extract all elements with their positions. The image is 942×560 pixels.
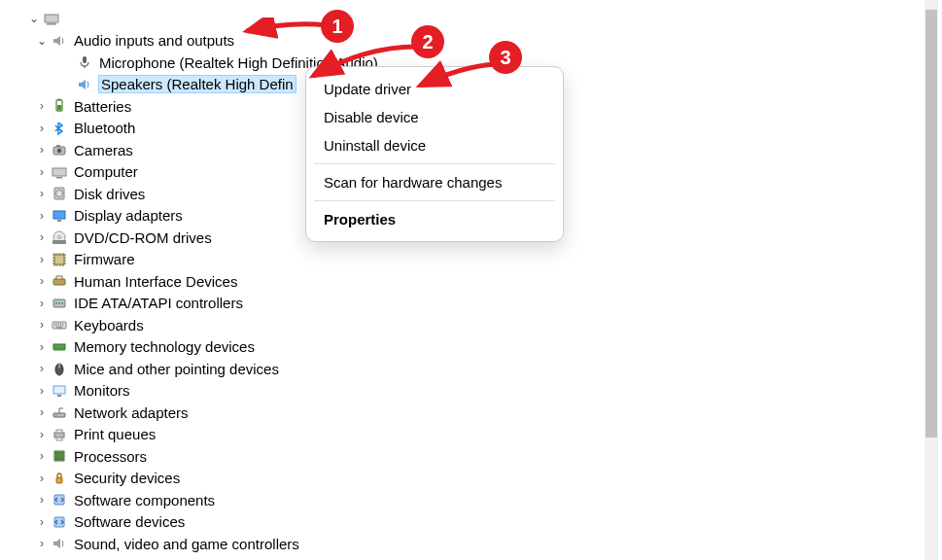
svg-rect-33 [54, 433, 64, 438]
expand-icon[interactable]: › [35, 166, 49, 178]
scrollbar-thumb[interactable] [925, 10, 937, 438]
expand-icon[interactable]: › [35, 254, 49, 265]
menu-item-uninstall-device[interactable]: Uninstall device [306, 131, 563, 159]
tree-node-label: IDE ATA/ATAPI controllers [74, 295, 243, 311]
menu-item-disable-device[interactable]: Disable device [306, 103, 563, 131]
expand-icon[interactable]: › [35, 298, 49, 309]
tree-node-label: Firmware [74, 251, 135, 267]
menu-item-update-driver[interactable]: Update driver [306, 75, 563, 103]
expand-icon[interactable]: › [35, 385, 49, 397]
computer-icon [43, 10, 60, 27]
expand-icon[interactable]: › [35, 516, 49, 528]
expand-icon[interactable]: › [35, 429, 49, 440]
svg-rect-21 [53, 279, 65, 285]
context-menu: Update driver Disable device Uninstall d… [305, 66, 564, 242]
tree-node-label: Display adapters [74, 207, 183, 224]
tree-node-audio[interactable]: ⌄ Audio inputs and outputs [4, 30, 942, 52]
ide-icon [51, 295, 68, 312]
security-icon [51, 470, 68, 487]
tree-node-label: Batteries [74, 98, 131, 115]
menu-item-properties[interactable]: Properties [306, 205, 563, 233]
expand-icon[interactable]: › [35, 210, 49, 222]
software-icon [51, 513, 68, 531]
tree-node-label: Mice and other pointing devices [74, 361, 279, 377]
battery-icon [51, 97, 68, 115]
tree-node[interactable]: ›Processors [4, 445, 942, 468]
processor-icon [51, 447, 68, 465]
expand-icon[interactable]: › [35, 406, 49, 418]
svg-point-23 [55, 302, 57, 304]
svg-point-24 [58, 302, 60, 304]
svg-rect-36 [55, 452, 63, 460]
dvd-icon [51, 228, 68, 246]
firmware-icon [51, 251, 68, 268]
tree-node-label: Memory technology devices [74, 338, 255, 355]
tree-node[interactable]: ›Network adapters [4, 402, 942, 424]
svg-rect-2 [50, 22, 53, 24]
tree-node[interactable]: ›Human Interface Devices [4, 270, 942, 293]
expand-icon[interactable]: › [35, 188, 49, 199]
expand-icon[interactable]: › [35, 275, 49, 287]
expand-icon[interactable]: › [35, 319, 49, 331]
svg-point-32 [55, 414, 57, 416]
speaker-icon [76, 76, 93, 93]
tree-node-label: Keyboards [74, 317, 144, 333]
expand-icon[interactable]: › [35, 450, 49, 462]
bluetooth-icon [51, 120, 68, 137]
annotation-badge-3: 3 [489, 41, 522, 74]
tree-node[interactable]: ›Print queues [4, 424, 942, 446]
collapse-icon[interactable]: ⌄ [27, 13, 41, 24]
svg-point-18 [58, 236, 61, 239]
tree-node-label: Sound, video and game controllers [74, 536, 299, 552]
microphone-icon [76, 53, 93, 71]
tree-node[interactable]: ›Storage controllers [4, 555, 942, 561]
expand-icon[interactable]: › [35, 472, 49, 484]
svg-rect-31 [53, 413, 65, 417]
expand-icon[interactable]: › [35, 494, 49, 506]
svg-rect-3 [83, 56, 87, 63]
tree-node-label: Processors [74, 448, 147, 465]
collapse-icon[interactable]: ⌄ [35, 35, 49, 47]
keyboard-icon [51, 316, 68, 333]
tree-node[interactable]: ›Memory technology devices [4, 336, 942, 359]
computer-icon [51, 163, 68, 181]
tree-node[interactable]: ›IDE ATA/ATAPI controllers [4, 293, 942, 315]
svg-rect-37 [56, 477, 62, 483]
tree-node-label: Software devices [74, 513, 185, 530]
speaker-icon [51, 32, 68, 50]
expand-icon[interactable]: › [35, 144, 49, 156]
tree-root-node[interactable]: ⌄ [4, 8, 942, 30]
tree-node[interactable]: ›Sound, video and game controllers [4, 533, 942, 555]
svg-rect-29 [53, 386, 65, 394]
svg-rect-0 [45, 15, 58, 22]
tree-node-label: Network adapters [74, 404, 189, 421]
expand-icon[interactable]: › [35, 341, 49, 353]
tree-node[interactable]: ›Security devices [4, 468, 942, 490]
expand-icon[interactable]: › [35, 363, 49, 374]
tree-node-label: Audio inputs and outputs [74, 32, 234, 49]
tree-node[interactable]: ›Firmware [4, 249, 942, 271]
memory-icon [51, 338, 68, 356]
menu-separator [314, 200, 555, 201]
expand-icon[interactable]: › [35, 538, 49, 549]
menu-item-scan-hw[interactable]: Scan for hardware changes [306, 168, 563, 196]
tree-node-label: Bluetooth [74, 120, 135, 136]
tree-node[interactable]: ›Software components [4, 489, 942, 511]
mouse-icon [51, 360, 68, 377]
tree-node[interactable]: ›Keyboards [4, 314, 942, 336]
tree-node-label: Monitors [74, 382, 130, 399]
tree-node[interactable]: ›Software devices [4, 511, 942, 534]
svg-rect-7 [57, 105, 61, 110]
expand-icon[interactable]: › [35, 122, 49, 134]
expand-icon[interactable]: › [35, 231, 49, 243]
monitor-icon [51, 382, 68, 400]
expand-icon[interactable]: › [35, 100, 49, 112]
speaker-icon [51, 535, 68, 552]
tree-node[interactable]: ›Mice and other pointing devices [4, 358, 942, 380]
vertical-scrollbar[interactable] [925, 0, 938, 560]
svg-point-9 [57, 149, 61, 153]
svg-rect-35 [56, 438, 62, 440]
svg-rect-20 [54, 255, 64, 264]
tree-node-label: Security devices [74, 470, 180, 486]
tree-node[interactable]: ›Monitors [4, 380, 942, 402]
